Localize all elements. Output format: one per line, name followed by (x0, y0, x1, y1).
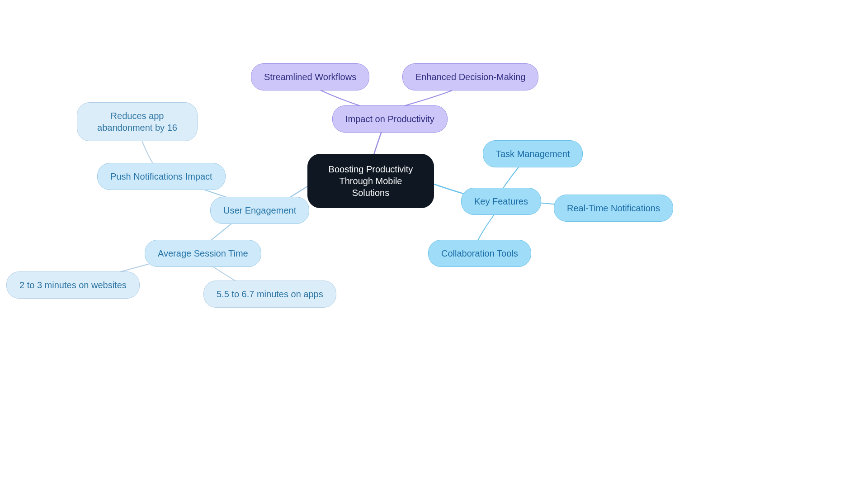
enhanced-node[interactable]: Enhanced Decision-Making (402, 63, 538, 90)
apps-node[interactable]: 5.5 to 6.7 minutes on apps (203, 281, 336, 308)
engagement-node[interactable]: User Engagement (210, 197, 309, 224)
collab-node[interactable]: Collaboration Tools (428, 240, 531, 267)
streamlined-node[interactable]: Streamlined Workflows (251, 63, 369, 90)
features-node[interactable]: Key Features (461, 188, 541, 215)
realtime-node[interactable]: Real-Time Notifications (554, 195, 673, 222)
push-node[interactable]: Push Notifications Impact (97, 163, 226, 190)
websites-node[interactable]: 2 to 3 minutes on websites (6, 271, 140, 299)
avg-node[interactable]: Average Session Time (145, 240, 261, 267)
center-node[interactable]: Boosting Productivity Through Mobile Sol… (307, 154, 434, 208)
reduces-node[interactable]: Reduces app abandonment by 16 (77, 102, 198, 141)
impact-node[interactable]: Impact on Productivity (332, 105, 448, 133)
task-node[interactable]: Task Management (483, 140, 583, 167)
